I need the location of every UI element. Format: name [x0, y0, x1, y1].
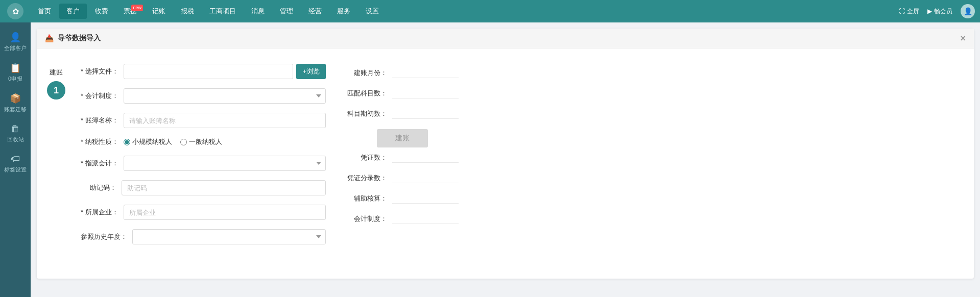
info-period-row: 科目期初数： [346, 109, 459, 119]
dialog-header: 📥 导爷数据导入 × [37, 29, 974, 48]
ledger-name-input[interactable] [124, 113, 326, 128]
info-period-label: 科目期初数： [346, 109, 392, 118]
ledger-name-row: * 账簿名称： [81, 113, 326, 128]
file-input[interactable] [124, 64, 294, 79]
recycle-bin-icon: 🗑 [11, 123, 20, 134]
nav-item-tax[interactable]: 报税 [174, 4, 201, 19]
info-accounting-system-row: 会计制度： [346, 214, 459, 224]
browse-button[interactable]: +浏览 [296, 64, 326, 79]
build-btn-area: 建账 [346, 129, 459, 147]
info-match-value [392, 88, 459, 98]
tax-small-label[interactable]: 小规模纳税人 [124, 137, 172, 146]
dialog-body: 建账 1 * 选择文件： +浏览 * 会计制度： [37, 48, 974, 264]
account-migration-icon: 📦 [10, 93, 21, 104]
form-section: * 选择文件： +浏览 * 会计制度： [81, 64, 326, 254]
fullscreen-icon: ⛶ [899, 8, 905, 15]
accounting-system-label: * 会计制度： [81, 91, 124, 101]
nav-item-management[interactable]: 管理 [273, 4, 300, 19]
info-period-value [392, 109, 459, 119]
avatar-icon: 👤 [964, 7, 972, 15]
history-year-select[interactable] [132, 229, 326, 244]
ledger-name-label: * 账簿名称： [81, 116, 124, 125]
avatar[interactable]: 👤 [961, 4, 975, 18]
file-select-row: * 选择文件： +浏览 [81, 64, 326, 79]
tax-small-text: 小规模纳税人 [132, 137, 172, 146]
company-input[interactable] [124, 205, 326, 220]
info-voucher-row: 凭证数： [346, 153, 459, 163]
info-month-row: 建账月份： [346, 68, 459, 78]
content-area: 📥 导爷数据导入 × 建账 1 * 选择文件： [31, 22, 980, 297]
all-customers-icon: 👤 [10, 32, 21, 43]
step-label: 建账 [50, 68, 63, 77]
fullscreen-button[interactable]: ⛶ 全屏 [899, 7, 919, 16]
info-auxiliary-label: 辅助核算： [346, 194, 392, 203]
info-accounting-system-label: 会计制度： [346, 214, 392, 224]
memo-label: 助记码： [81, 183, 122, 192]
accountant-select[interactable] [124, 156, 326, 171]
accounting-system-row: * 会计制度： [81, 88, 326, 104]
nav-item-messages[interactable]: 消息 [244, 4, 272, 19]
tax-type-label: * 纳税性质： [81, 137, 124, 146]
nav-item-home[interactable]: 首页 [31, 4, 58, 19]
info-accounting-system-value [392, 214, 459, 224]
nav-item-services[interactable]: 服务 [330, 4, 357, 19]
sidebar-item-account-migration[interactable]: 📦 账套迁移 [0, 89, 31, 117]
info-month-label: 建账月份： [346, 68, 392, 78]
info-voucher-label: 凭证数： [346, 153, 392, 162]
accountant-label: * 指派会计： [81, 159, 124, 168]
tax-general-radio[interactable] [180, 139, 187, 145]
membership-button[interactable]: ▶ 畅会员 [927, 7, 952, 16]
main-layout: 👤 全部客户 📋 0申报 📦 账套迁移 🗑 回收站 🏷 标签设置 📥 导爷数据导… [0, 22, 980, 297]
membership-icon: ▶ [927, 8, 932, 15]
info-voucher-entries-label: 凭证分录数： [346, 174, 392, 183]
accountant-row: * 指派会计： [81, 156, 326, 171]
nav-item-projects[interactable]: 工商项目 [202, 4, 243, 19]
info-auxiliary-value [392, 193, 459, 204]
history-year-row: 参照历史年度： [81, 229, 326, 244]
file-row: +浏览 [124, 64, 326, 79]
nav-item-settings[interactable]: 设置 [358, 4, 386, 19]
company-label: * 所属企业： [81, 208, 124, 217]
sidebar-item-tag-settings[interactable]: 🏷 标签设置 [0, 150, 31, 178]
tax-general-label[interactable]: 一般纳税人 [180, 137, 222, 146]
history-year-label: 参照历史年度： [81, 232, 132, 241]
logo-icon: ✿ [7, 3, 23, 19]
close-button[interactable]: × [960, 34, 966, 43]
info-auxiliary-row: 辅助核算： [346, 193, 459, 204]
info-voucher-entries-value [392, 173, 459, 183]
dialog-header-icon: 📥 [45, 34, 54, 42]
info-match-row: 匹配科目数： [346, 88, 459, 98]
dialog-title: 导爷数据导入 [58, 34, 101, 43]
nav-item-customers[interactable]: 客户 [59, 4, 87, 19]
file-label: * 选择文件： [81, 67, 124, 76]
sidebar-item-zero-declaration[interactable]: 📋 0申报 [0, 58, 31, 87]
top-navigation: ✿ 首页 客户 收费 票据 new 记账 报税 工商项目 消息 管理 经营 服务… [0, 0, 980, 22]
sidebar-item-recycle-bin[interactable]: 🗑 回收站 [0, 119, 31, 147]
build-account-button[interactable]: 建账 [377, 129, 428, 147]
info-voucher-value [392, 153, 459, 163]
info-section: 建账月份： 匹配科目数： 科目期初数： 建账 [326, 64, 459, 254]
sidebar: 👤 全部客户 📋 0申报 📦 账套迁移 🗑 回收站 🏷 标签设置 [0, 22, 31, 297]
sidebar-item-all-customers[interactable]: 👤 全部客户 [0, 28, 31, 56]
tax-type-row: * 纳税性质： 小规模纳税人 一般纳税人 [81, 137, 326, 146]
info-match-label: 匹配科目数： [346, 89, 392, 98]
nav-item-operations[interactable]: 经营 [301, 4, 329, 19]
zero-declaration-icon: 📋 [10, 62, 21, 73]
company-row: * 所属企业： [81, 205, 326, 220]
tax-type-radio-group: 小规模纳税人 一般纳税人 [124, 137, 222, 146]
step-area: 建账 1 [47, 64, 65, 254]
new-badge: new [131, 5, 143, 11]
tag-settings-icon: 🏷 [11, 154, 20, 164]
nav-menu: 首页 客户 收费 票据 new 记账 报税 工商项目 消息 管理 经营 服务 设… [31, 4, 899, 19]
nav-item-fees[interactable]: 收费 [88, 4, 115, 19]
accounting-system-select[interactable] [124, 88, 326, 104]
nav-item-accounting[interactable]: 记账 [145, 4, 173, 19]
info-month-value [392, 68, 459, 78]
nav-item-tickets[interactable]: 票据 new [116, 4, 144, 19]
memo-row: 助记码： [81, 180, 326, 195]
memo-input[interactable] [122, 180, 326, 195]
info-voucher-entries-row: 凭证分录数： [346, 173, 459, 183]
app-logo: ✿ [5, 1, 26, 21]
tax-small-radio[interactable] [124, 139, 130, 145]
tax-general-text: 一般纳税人 [189, 137, 222, 146]
